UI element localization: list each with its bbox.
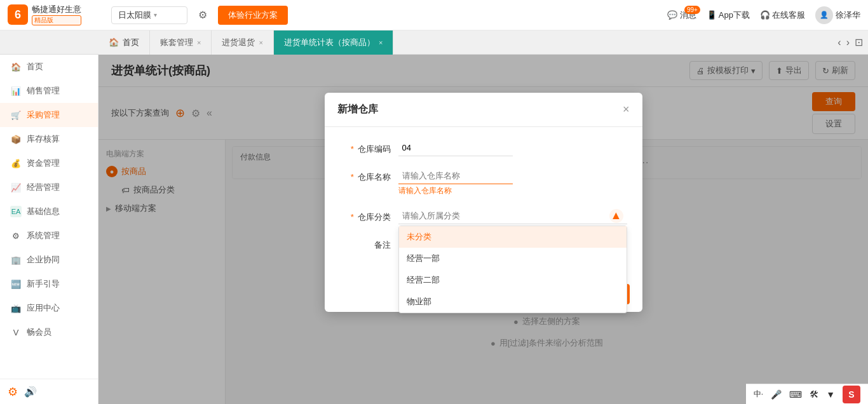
logo-icon: 6	[8, 4, 28, 25]
main-content: 进货单统计(按商品) 🖨 按模板打印 ▾ ⬆ 导出 ↻ 刷新	[98, 55, 868, 404]
dropdown-option-dept1[interactable]: 经营一部	[399, 248, 627, 269]
tab-purchase-return-close[interactable]: ×	[259, 39, 262, 46]
code-input[interactable]	[398, 140, 513, 156]
tab-accounts[interactable]: 账套管理 ×	[150, 30, 212, 55]
message-icon: 💬	[667, 10, 677, 20]
sidebar-wrap: 🏠 首页 📊 销售管理 🛒 采购管理 📦 库存核算 💰 资金管理	[0, 55, 98, 404]
sidebar-home-label: 首页	[27, 61, 43, 72]
sidebar-item-guide[interactable]: 🆕 新手引导	[0, 272, 98, 296]
home-icon: 🏠	[10, 61, 22, 72]
tab-home-label: 首页	[123, 37, 139, 48]
app-download-area[interactable]: 📱 App下载	[707, 10, 750, 21]
modal-title: 新增仓库	[337, 103, 378, 116]
modal-body: * 仓库编码 * 仓库名称	[325, 127, 642, 276]
sidebar-item-inventory[interactable]: 📦 库存核算	[0, 127, 98, 151]
settings-footer-icon[interactable]: ⚙	[8, 385, 18, 399]
s-logo: S	[843, 386, 860, 403]
settings-icon[interactable]: 🛠	[810, 389, 818, 400]
sidebar-scroll: 🏠 首页 📊 销售管理 🛒 采购管理 📦 库存核算 💰 资金管理	[0, 55, 98, 379]
name-input[interactable]	[398, 168, 513, 184]
note-label: 备注	[340, 236, 391, 251]
category-input[interactable]	[398, 208, 627, 224]
category-required-star: *	[351, 212, 354, 222]
tab-prev-icon[interactable]: ‹	[837, 37, 841, 48]
tab-next-icon[interactable]: ›	[846, 37, 850, 48]
sidebar-finance-label: 资金管理	[27, 158, 60, 169]
avatar: 👤	[815, 6, 833, 24]
sidebar-guide-label: 新手引导	[27, 278, 60, 290]
form-row-code: * 仓库编码	[340, 140, 627, 156]
category-label: * 仓库分类	[340, 208, 391, 223]
guide-icon: 🆕	[10, 278, 22, 290]
vip-icon: V	[10, 327, 22, 338]
sidebar-system-label: 系统管理	[27, 230, 60, 241]
dropdown-option-dept2[interactable]: 经营二部	[399, 269, 627, 291]
sidebar-footer: ⚙ 🔊	[0, 379, 98, 404]
message-area[interactable]: 💬 消息 99+	[667, 10, 696, 21]
sidebar-basic-label: 基础信息	[27, 206, 60, 217]
sidebar-item-operation[interactable]: 📈 经营管理	[0, 175, 98, 199]
tab-purchase-stats[interactable]: 进货单统计表（按商品） ×	[274, 30, 393, 55]
tab-home[interactable]: 🏠 首页	[98, 30, 150, 55]
sidebar-item-sales[interactable]: 📊 销售管理	[0, 79, 98, 103]
new-warehouse-modal: 新增仓库 × * 仓库编码	[325, 93, 642, 312]
user-area[interactable]: 👤 徐泽华	[815, 6, 860, 24]
name-label: * 仓库名称	[340, 168, 391, 183]
category-field-wrap: ▲ 未分类 经营一部 经营二部 物业部	[398, 208, 627, 224]
category-input-container: ▲	[398, 208, 627, 224]
finance-icon: 💰	[10, 158, 22, 169]
topbar: 6 畅捷通好生意 精品版 日太阳膜 ▾ ⚙ 体验行业方案 💬 消息 99+ 📱 …	[0, 0, 868, 30]
sidebar-item-vip[interactable]: V 畅会员	[0, 320, 98, 344]
modal-header: 新增仓库 ×	[325, 93, 642, 127]
help-icon[interactable]: ▼	[826, 389, 835, 400]
tab-expand-icon[interactable]: ⊡	[855, 36, 863, 48]
sidebar-item-home[interactable]: 🏠 首页	[0, 55, 98, 79]
dropdown-option-dept3[interactable]: 物业部	[399, 291, 627, 313]
sidebar-purchase-label: 采购管理	[27, 109, 60, 121]
operation-icon: 📈	[10, 182, 22, 193]
modal-close-button[interactable]: ×	[623, 103, 630, 116]
s-logo-letter: S	[848, 389, 854, 400]
sidebar-item-finance[interactable]: 💰 资金管理	[0, 151, 98, 175]
headset-icon: 🎧	[760, 10, 770, 20]
lang-icon[interactable]: 中·	[754, 389, 763, 400]
edition-badge: 精品版	[32, 15, 81, 25]
home-tab-icon: 🏠	[109, 37, 119, 47]
form-row-category: * 仓库分类 ▲ 未分类 经营一部 经	[340, 208, 627, 224]
tab-purchase-return[interactable]: 进货退货 ×	[212, 30, 273, 55]
basic-icon: EA	[10, 206, 22, 217]
tabbar: 🏠 首页 账套管理 × 进货退货 × 进货单统计表（按商品） × ‹ › ⊡	[0, 30, 868, 55]
tab-purchase-stats-close[interactable]: ×	[379, 39, 383, 46]
sidebar-operation-label: 经营管理	[27, 182, 60, 193]
store-selector[interactable]: 日太阳膜 ▾	[111, 6, 187, 24]
code-field-wrap	[398, 140, 627, 156]
sidebar-inventory-label: 库存核算	[27, 133, 60, 145]
main-layout: 🏠 首页 📊 销售管理 🛒 采购管理 📦 库存核算 💰 资金管理	[0, 55, 868, 404]
tab-accounts-close[interactable]: ×	[197, 39, 201, 46]
name-required-star: *	[351, 172, 354, 182]
code-label: * 仓库编码	[340, 140, 391, 155]
name-error-msg: 请输入仓库名称	[398, 185, 627, 196]
keyboard-icon[interactable]: ⌨	[789, 389, 802, 400]
dropdown-option-none[interactable]: 未分类	[399, 226, 627, 248]
sidebar-item-enterprise[interactable]: 🏢 企业协同	[0, 248, 98, 272]
sidebar-item-system[interactable]: ⚙ 系统管理	[0, 224, 98, 248]
code-required-star: *	[351, 144, 354, 154]
store-name: 日太阳膜	[118, 10, 151, 21]
trial-button[interactable]: 体验行业方案	[218, 6, 288, 25]
category-dropdown-arrow[interactable]: ▲	[609, 209, 623, 223]
mic-icon[interactable]: 🎤	[771, 389, 782, 400]
enterprise-icon: 🏢	[10, 254, 22, 266]
sidebar-item-basic[interactable]: EA 基础信息	[0, 199, 98, 224]
sidebar-sales-label: 销售管理	[27, 85, 60, 97]
gear-button[interactable]: ⚙	[193, 5, 213, 25]
chevron-down-icon: ▾	[154, 11, 157, 18]
sidebar-item-app[interactable]: 📺 应用中心	[0, 296, 98, 320]
tab-purchase-return-label: 进货退货	[222, 37, 255, 48]
online-service-area[interactable]: 🎧 在线客服	[760, 10, 805, 21]
audio-footer-icon[interactable]: 🔊	[24, 386, 37, 398]
sidebar-item-purchase[interactable]: 🛒 采购管理	[0, 103, 98, 127]
modal-backdrop: 新增仓库 × * 仓库编码	[98, 55, 868, 404]
brand-name: 畅捷通好生意	[32, 4, 81, 15]
topbar-right: 💬 消息 99+ 📱 App下载 🎧 在线客服 👤 徐泽华	[667, 6, 860, 24]
